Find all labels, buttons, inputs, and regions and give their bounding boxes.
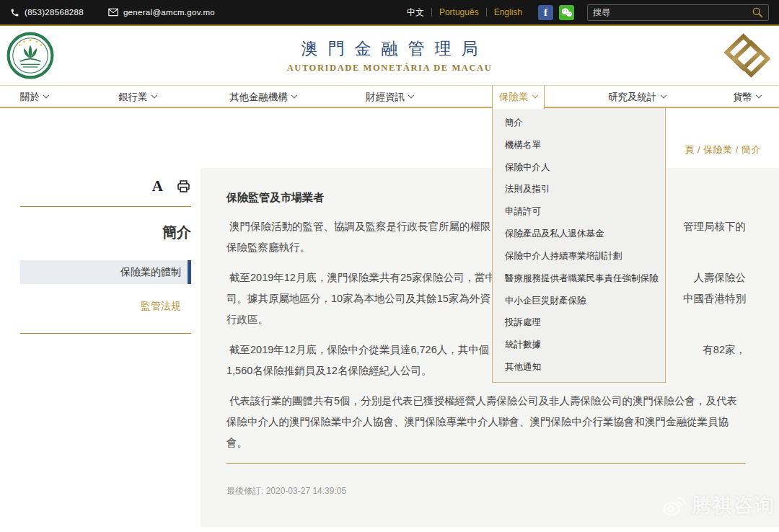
site-title: 澳門金融管理局 AUTORIDADE MONETÁRIA DE MACAU [287,37,493,74]
text-segment: 1,560名保險推銷員及12名保險經紀人公司。 [226,360,431,381]
macau-government-emblem[interactable] [6,32,54,79]
nav-label: 關於 [20,91,40,104]
phone-icon [10,8,19,17]
dropdown-item[interactable]: 投訴處理 [493,311,665,334]
dropdown-item[interactable]: 保險中介人 [493,156,665,179]
dropdown-item[interactable]: 醫療服務提供者職業民事責任強制保險 [493,267,665,290]
dropdown-item[interactable]: 簡介 [493,112,665,134]
sidebar-menu: 保險業的體制監管法規 [20,260,191,313]
text-segment: 截至2019年12月底，保險中介從業員達6,726人，其中個 [226,340,489,360]
text-segment: 有82家， [703,340,746,360]
text-segment: 司。據其原屬地區分，10家為本地公司及其餘15家為外資 [226,288,490,309]
text-line: 截至2019年12月底，保險中介從業員達6,726人，其中個有82家， [226,340,746,360]
text-line: 保險監察廳執行。 [226,237,746,258]
sidebar-item[interactable]: 監管法規 [20,300,191,313]
nav-item-currency[interactable]: 貨幣 [733,87,761,107]
search-input[interactable] [593,7,752,17]
dropdown-item[interactable]: 中小企巨災財產保險 [493,290,665,312]
divider [20,333,191,334]
nav-label: 保險業 [499,91,529,104]
weibo-icon [661,494,687,517]
nav-item-insurance[interactable]: 保險業 [492,86,545,109]
text-line: 澳門保險活動的監管、協調及監察是行政長官所屬的權限管理局核下的 [226,216,746,237]
separator [431,8,432,17]
dropdown-item[interactable]: 申請許可 [493,200,665,223]
divider [226,463,746,464]
text-segment: 管理局核下的 [683,216,746,237]
chevron-down-icon [532,92,537,98]
dropdown-item[interactable]: 統計數據 [493,334,665,356]
breadcrumb[interactable]: 頁 / 保險業 / 簡介 [666,138,779,162]
chevron-down-icon [660,92,666,97]
dropdown-item[interactable]: 其他通知 [493,356,665,378]
chevron-down-icon [291,92,297,97]
text-line: 截至2019年12月底，澳門保險業共有25家保險公司，當中人壽保險公 [226,267,746,288]
page: (853)28568288 general@amcm.gov.mo 中文Port… [0,0,779,532]
nav-item-research-statistics[interactable]: 研究及統計 [608,87,666,107]
dropdown-item[interactable]: 法則及指引 [493,178,665,200]
search-box [587,4,769,21]
dropdown-item[interactable]: 機構名單 [493,134,665,156]
text-segment: 行政區。 [226,309,268,330]
chevron-down-icon [43,92,49,97]
language-en[interactable]: English [494,7,522,17]
text-segment: 人壽保險公 [694,267,747,288]
nav-item-about[interactable]: 關於 [20,87,48,107]
email-icon [108,8,118,17]
email-link[interactable]: general@amcm.gov.mo [123,8,215,17]
nav-item-other-financial-institutions[interactable]: 其他金融機構 [229,87,296,107]
masthead: 澳門金融管理局 AUTORIDADE MONETÁRIA DE MACAU [0,27,779,85]
facebook-icon[interactable]: f [538,5,553,20]
site-title-zh: 澳門金融管理局 [287,37,493,60]
nav-label: 貨幣 [733,91,752,104]
chevron-down-icon [151,92,157,97]
nav-item-banking[interactable]: 銀行業 [118,87,157,107]
content-panel: 保險監管及市場業者 澳門保險活動的監管、協調及監察是行政長官所屬的權限管理局核下… [201,168,779,527]
font-size-button[interactable]: A [152,177,163,195]
separator [486,8,487,17]
sidebar-heading: 簡介 [20,223,191,242]
topbar: (853)28568288 general@amcm.gov.mo 中文Port… [0,0,779,26]
text-segment: 保險監察廳執行。 [226,237,310,258]
nav-label: 財經資訊 [366,91,405,104]
page-tools: A [20,175,191,197]
paragraph: 澳門保險活動的監管、協調及監察是行政長官所屬的權限管理局核下的保險監察廳執行。 [226,216,746,258]
nav-item-financial-information[interactable]: 財經資訊 [366,87,413,107]
text-segment: 截至2019年12月底，澳門保險業共有25家保險公司，當中 [226,267,496,288]
sidebar-item[interactable]: 保險業的體制 [20,260,191,284]
language-switcher: 中文PortuguêsEnglish [407,6,522,19]
sidebar: A 簡介 保險業的體制監管法規 [0,168,201,334]
chevron-down-icon [408,92,414,97]
text-line: 行政區。 [226,309,746,330]
language-pt[interactable]: Português [439,7,479,17]
print-icon[interactable] [176,179,191,194]
text-segment: 中國香港特別 [683,288,746,309]
nav-label: 研究及統計 [608,91,657,104]
watermark: 腾祺咨询 [661,492,775,518]
phone-link[interactable]: (853)28568288 [25,8,84,17]
insurance-dropdown-menu: 簡介機構名單保險中介人法則及指引申請許可保險產品及私人退休基金保險中介人持續專業… [492,108,666,383]
paragraph: 截至2019年12月底，保險中介從業員達6,726人，其中個有82家，1,560… [226,340,746,381]
contact-info: (853)28568288 general@amcm.gov.mo [10,8,215,17]
paragraph: 截至2019年12月底，澳門保險業共有25家保險公司，當中人壽保險公司。據其原屬… [226,267,746,330]
paragraph: 代表該行業的團體共有5個，分別是代表已獲授權經營人壽保險公司及非人壽保險公司的澳… [226,391,746,453]
topbar-right: 中文PortuguêsEnglish f [407,4,769,21]
breadcrumb-text: 頁 / 保險業 / 簡介 [685,143,761,156]
text-segment: 澳門保險活動的監管、協調及監察是行政長官所屬的權限 [226,216,491,237]
main-navigation: 關於銀行業其他金融機構財經資訊保險業研究及統計貨幣 [0,85,779,108]
text-line: 1,560名保險推銷員及12名保險經紀人公司。 [226,360,746,381]
divider [20,206,191,207]
language-zh[interactable]: 中文 [407,6,424,19]
watermark-text: 腾祺咨询 [692,492,775,518]
amcm-diamond-logo[interactable] [724,33,770,81]
wechat-icon[interactable] [559,5,574,20]
dropdown-item[interactable]: 保險中介人持續專業培訓計劃 [493,245,665,267]
page-title: 保險監管及市場業者 [226,190,746,205]
dropdown-item[interactable]: 保險產品及私人退休基金 [493,223,665,245]
text-line: 司。據其原屬地區分，10家為本地公司及其餘15家為外資中國香港特別 [226,288,746,309]
article-body: 澳門保險活動的監管、協調及監察是行政長官所屬的權限管理局核下的保險監察廳執行。 … [226,216,746,453]
chevron-down-icon [756,92,762,97]
search-icon[interactable] [752,6,763,18]
site-title-pt: AUTORIDADE MONETÁRIA DE MACAU [287,63,493,74]
nav-label: 銀行業 [118,91,148,104]
